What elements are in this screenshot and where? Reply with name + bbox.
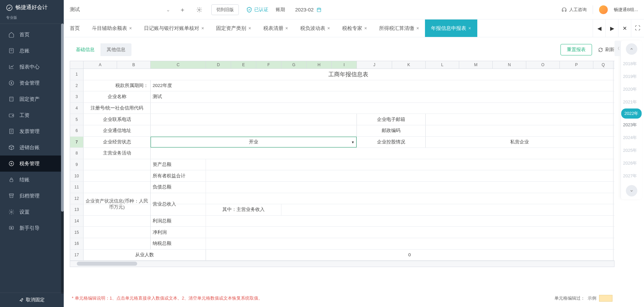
- col-header[interactable]: N: [493, 61, 526, 69]
- row-header[interactable]: 12: [70, 193, 84, 204]
- cell[interactable]: 工商年报信息表: [84, 69, 613, 80]
- row-header[interactable]: 8: [70, 148, 84, 159]
- sidebar-item-inventory[interactable]: 进销台账: [0, 139, 64, 156]
- row-header[interactable]: 9: [70, 159, 84, 170]
- year-down[interactable]: [626, 185, 637, 196]
- sidebar-item-home[interactable]: 首页: [0, 27, 64, 43]
- row-header[interactable]: 13: [70, 204, 84, 215]
- tab[interactable]: 固定资产类别×: [210, 19, 257, 37]
- sidebar-item-invoice[interactable]: 发票管理: [0, 123, 64, 139]
- cell[interactable]: [151, 125, 357, 136]
- refresh-button[interactable]: 刷新: [598, 47, 614, 53]
- cell[interactable]: 负债总额: [151, 182, 206, 193]
- col-header[interactable]: F: [256, 61, 281, 69]
- year-item[interactable]: 2027年: [621, 170, 642, 182]
- close-icon[interactable]: ×: [201, 26, 204, 31]
- row-header[interactable]: 5: [70, 114, 84, 125]
- h-scrollbar[interactable]: [70, 261, 614, 267]
- tab[interactable]: 税负波动表×: [294, 19, 336, 37]
- row-header[interactable]: 6: [70, 125, 84, 136]
- row-header[interactable]: 17: [70, 250, 84, 261]
- add-button[interactable]: ＋: [178, 5, 187, 14]
- sidebar-item-payroll[interactable]: 工资: [0, 107, 64, 123]
- cell[interactable]: 企业通信地址: [84, 125, 151, 136]
- cell[interactable]: [151, 103, 613, 114]
- sidebar-item-assets[interactable]: 固定资产: [0, 91, 64, 107]
- close-icon[interactable]: ×: [285, 26, 288, 31]
- row-header[interactable]: 11: [70, 182, 84, 193]
- cell[interactable]: 利润总额: [151, 216, 206, 227]
- tabs-next[interactable]: ▶: [606, 19, 619, 37]
- close-icon[interactable]: ×: [327, 26, 330, 31]
- year-panel-collapse[interactable]: 《: [614, 41, 621, 56]
- cell[interactable]: 所有者权益合计: [151, 170, 206, 181]
- cell[interactable]: [206, 182, 613, 193]
- cell[interactable]: 2022年度: [151, 80, 613, 91]
- sidebar-item-ledger[interactable]: 总账: [0, 43, 64, 59]
- logo[interactable]: 畅捷通好会计: [0, 0, 64, 15]
- sidebar-item-tax[interactable]: 税务管理: [0, 156, 64, 172]
- cell[interactable]: 邮政编码: [357, 125, 426, 136]
- cell[interactable]: 营业总收入: [151, 193, 206, 216]
- col-header[interactable]: O: [526, 61, 560, 69]
- close-icon[interactable]: ×: [248, 26, 251, 31]
- subtab-other[interactable]: 其他信息: [101, 43, 131, 56]
- year-item[interactable]: 2025年: [621, 144, 642, 157]
- tab[interactable]: 所得税汇算清缴×: [373, 19, 425, 37]
- col-header[interactable]: J: [357, 61, 392, 69]
- reset-report-button[interactable]: 重置报表: [560, 44, 592, 55]
- cell[interactable]: [426, 125, 613, 136]
- unpin-button[interactable]: 取消固定: [0, 293, 64, 307]
- close-icon[interactable]: ×: [364, 26, 367, 31]
- cell[interactable]: [151, 148, 613, 159]
- year-item[interactable]: 2021年: [621, 96, 642, 108]
- cell[interactable]: 注册号/统一社会信用代码: [84, 103, 151, 114]
- tabs-prev[interactable]: ◀: [593, 19, 606, 37]
- cell[interactable]: 私营企业: [426, 137, 613, 148]
- year-item[interactable]: 2026年: [621, 157, 642, 170]
- col-header[interactable]: M: [459, 61, 493, 69]
- col-header[interactable]: H: [307, 61, 332, 69]
- col-header[interactable]: L: [426, 61, 459, 69]
- avatar[interactable]: [599, 5, 608, 14]
- col-header[interactable]: E: [231, 61, 256, 69]
- cell[interactable]: 企业电子邮箱: [357, 114, 426, 125]
- col-header[interactable]: G: [281, 61, 307, 69]
- cell[interactable]: [206, 238, 613, 249]
- row-header[interactable]: 10: [70, 170, 84, 181]
- verified-badge[interactable]: 已认证: [246, 7, 268, 13]
- subtab-basic[interactable]: 基础信息: [70, 43, 101, 56]
- sidebar-scrollbar[interactable]: [61, 24, 64, 294]
- year-up[interactable]: [626, 43, 637, 55]
- cell[interactable]: 企业名称: [84, 91, 151, 102]
- year-item[interactable]: 2024年: [621, 131, 642, 144]
- select-all-corner[interactable]: [70, 61, 84, 69]
- cell[interactable]: [151, 114, 357, 125]
- year-item[interactable]: 2022年: [621, 108, 642, 119]
- year-item[interactable]: 2023年: [621, 119, 642, 131]
- cell[interactable]: 税款所属期间：: [84, 80, 151, 91]
- row-header[interactable]: 15: [70, 227, 84, 238]
- cell[interactable]: 0: [206, 250, 613, 261]
- col-header[interactable]: Q: [593, 61, 613, 69]
- close-icon[interactable]: ×: [468, 26, 471, 31]
- sidebar-item-guide[interactable]: 新手引导: [0, 220, 64, 236]
- cell[interactable]: 企业控股情况: [357, 137, 426, 148]
- fullscreen-icon[interactable]: ⛶: [631, 19, 644, 37]
- company-selector[interactable]: 测试 ⌄: [70, 6, 170, 13]
- row-header[interactable]: 4: [70, 103, 84, 114]
- sidebar-item-settings[interactable]: 设置: [0, 204, 64, 220]
- cell[interactable]: [206, 170, 613, 181]
- period-picker[interactable]: 2023-02: [292, 5, 324, 14]
- row-header[interactable]: 1: [70, 69, 84, 80]
- tab[interactable]: 税表清册×: [257, 19, 294, 37]
- tab[interactable]: 斗目辅助余额表×: [86, 19, 138, 37]
- col-header[interactable]: I: [332, 61, 357, 69]
- consult-button[interactable]: 人工咨询: [561, 7, 587, 13]
- cell[interactable]: 资产总额: [151, 159, 206, 170]
- tab[interactable]: 日记账与银行对账单核对×: [138, 19, 210, 37]
- col-header[interactable]: D: [206, 61, 231, 69]
- row-header[interactable]: 16: [70, 238, 84, 249]
- row-header[interactable]: 2: [70, 80, 84, 91]
- row-header[interactable]: 7: [70, 137, 84, 148]
